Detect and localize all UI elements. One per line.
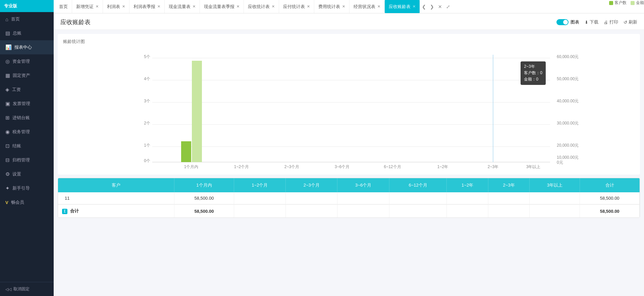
- sidebar-item-label: 归档管理: [12, 157, 30, 163]
- td-month2-3: [286, 192, 337, 204]
- tab-close-expense[interactable]: ✕: [342, 4, 345, 9]
- th-total: 合计: [580, 178, 640, 192]
- td-month3-6: [337, 192, 389, 204]
- svg-text:4个: 4个: [144, 77, 150, 81]
- sidebar-item-label: 进销台账: [12, 115, 30, 121]
- sidebar-item-close[interactable]: ⊡ 结账: [0, 139, 54, 153]
- tab-voucher[interactable]: 新增凭证 ✕: [72, 0, 103, 13]
- sidebar-item-label: 发票管理: [13, 101, 30, 107]
- sum-icon: Σ: [62, 209, 67, 214]
- chart-area: 账龄统计图 客户数 金额 5个 4个: [58, 34, 640, 175]
- sidebar-item-member[interactable]: V 畅会员: [0, 195, 54, 209]
- sidebar-item-tax[interactable]: ◉ 税务管理: [0, 125, 54, 139]
- tab-payable[interactable]: 应付统计表 ✕: [279, 0, 314, 13]
- tab-close-cashflow[interactable]: ✕: [193, 4, 196, 9]
- tab-next-btn[interactable]: ❯: [428, 0, 436, 13]
- table-row: 11 58,500.00 58,500.00: [58, 192, 640, 204]
- tab-bizstat[interactable]: 经营状况表 ✕: [350, 0, 385, 13]
- sidebar-item-archive[interactable]: ⊟ 归档管理: [0, 153, 54, 167]
- table-footer-row: Σ 合计 58,500.00 58,500.00: [58, 204, 640, 217]
- tab-prev-btn[interactable]: ❮: [420, 0, 428, 13]
- svg-text:5个: 5个: [144, 54, 150, 59]
- th-year2-3: 2~3年: [488, 178, 530, 192]
- sidebar-item-label: 首页: [11, 16, 20, 22]
- td-footer-label: Σ 合计: [58, 204, 174, 217]
- print-btn[interactable]: 🖨 打印: [604, 19, 618, 25]
- svg-text:1~2年: 1~2年: [437, 164, 448, 169]
- pin-icon: ◁◁: [5, 287, 11, 292]
- tab-expense[interactable]: 费用统计表 ✕: [314, 0, 350, 13]
- tab-aging[interactable]: 应收账龄表 ✕: [385, 0, 420, 13]
- tab-receivable[interactable]: 应收统计表 ✕: [244, 0, 279, 13]
- bar-amount-month1: [192, 61, 202, 162]
- tax-icon: ◉: [5, 129, 10, 135]
- td-footer-month3-6: [337, 204, 389, 217]
- svg-text:0元: 0元: [557, 160, 563, 165]
- sidebar-item-guide[interactable]: ✦ 新手引导: [0, 181, 54, 195]
- page-header: 应收账龄表 图表 ⬇ 下载 🖨 打印 ↺ 刷新: [54, 13, 644, 30]
- tab-close-cashflow-q[interactable]: ✕: [236, 4, 239, 9]
- sidebar-item-inventory[interactable]: ⊞ 进销台账: [0, 111, 54, 125]
- sidebar-item-invoice[interactable]: ▣ 发票管理: [0, 97, 54, 111]
- pin-label: 取消固定: [13, 286, 30, 292]
- tab-cashflow[interactable]: 现金流量表 ✕: [165, 0, 200, 13]
- svg-text:1个: 1个: [144, 143, 150, 148]
- tab-close-bizstat[interactable]: ✕: [377, 4, 380, 9]
- sidebar-item-assets[interactable]: ▦ 固定资产: [0, 68, 54, 83]
- svg-text:50,000.00元: 50,000.00元: [557, 77, 579, 81]
- tab-close-aging[interactable]: ✕: [413, 4, 416, 9]
- sidebar-item-ledger[interactable]: ▤ 总账: [0, 26, 54, 40]
- svg-text:3~6个月: 3~6个月: [335, 164, 350, 169]
- tab-home[interactable]: 首页: [55, 0, 72, 13]
- page-content: 应收账龄表 图表 ⬇ 下载 🖨 打印 ↺ 刷新: [54, 13, 644, 296]
- tab-close-all-btn[interactable]: ✕: [436, 0, 444, 13]
- tab-cashflow-q[interactable]: 现金流量表季报 ✕: [200, 0, 244, 13]
- app-logo: 专业版: [0, 0, 54, 12]
- print-icon: 🖨: [604, 20, 608, 25]
- svg-text:30,000.00元: 30,000.00元: [557, 121, 579, 126]
- tab-close-receivable[interactable]: ✕: [272, 4, 275, 9]
- sidebar-item-label: 畅会员: [11, 199, 24, 205]
- bar-customers-month1: [181, 141, 191, 162]
- td-year3plus: [530, 192, 580, 204]
- tab-expand-btn[interactable]: ⤢: [444, 0, 452, 13]
- svg-text:3年以上: 3年以上: [526, 164, 541, 169]
- print-label: 打印: [609, 19, 618, 25]
- tab-profit[interactable]: 利润表 ✕: [103, 0, 129, 13]
- salary-icon: ◈: [5, 87, 9, 93]
- sidebar-item-label: 新手引导: [12, 185, 30, 191]
- tab-profit-q[interactable]: 利润表季报 ✕: [129, 0, 165, 13]
- tab-close-profit[interactable]: ✕: [122, 4, 125, 9]
- th-customer: 客户: [58, 178, 174, 192]
- aging-table: 客户 1个月内 1~2个月 2~3个月 3~6个月 6~12个月 1~2年 2~…: [58, 178, 640, 217]
- sidebar-item-reports[interactable]: 📊 报表中心: [0, 40, 54, 54]
- svg-text:60,000.00元: 60,000.00元: [557, 54, 579, 59]
- page-title: 应收账龄表: [60, 18, 91, 26]
- sidebar-item-salary[interactable]: ◈ 工资: [0, 83, 54, 97]
- td-footer-month6-12: [389, 204, 447, 217]
- sidebar-toggle-pin[interactable]: ◁◁ 取消固定: [0, 282, 54, 296]
- chart-toggle-label: 图表: [571, 19, 579, 25]
- td-month1: 58,500.00: [174, 192, 234, 204]
- th-month1-2: 1~2个月: [234, 178, 285, 192]
- svg-text:1~2个月: 1~2个月: [234, 164, 249, 169]
- tab-close-payable[interactable]: ✕: [307, 4, 310, 9]
- sidebar-item-settings[interactable]: ⚙ 设置: [0, 167, 54, 181]
- sidebar-item-label: 报表中心: [14, 44, 32, 50]
- refresh-btn[interactable]: ↺ 刷新: [624, 19, 637, 25]
- sidebar-item-capital[interactable]: ◎ 资金管理: [0, 54, 54, 68]
- chart-toggle[interactable]: [556, 19, 569, 25]
- main-content: 首页 新增凭证 ✕ 利润表 ✕ 利润表季报 ✕ 现金流量表 ✕ 现金流量表季报 …: [54, 0, 644, 296]
- tab-close-voucher[interactable]: ✕: [96, 4, 99, 9]
- sidebar-item-home[interactable]: ⌂ 首页: [0, 12, 54, 26]
- table-header-row: 客户 1个月内 1~2个月 2~3个月 3~6个月 6~12个月 1~2年 2~…: [58, 178, 640, 192]
- svg-text:0个: 0个: [144, 158, 150, 163]
- svg-text:3个: 3个: [144, 99, 150, 103]
- tab-close-profit-q[interactable]: ✕: [157, 4, 160, 9]
- svg-text:10,000.00元: 10,000.00元: [557, 155, 579, 160]
- chart-svg: 5个 4个 3个 2个 1个 0个 60,000.00元 50,000.00元 …: [63, 48, 635, 169]
- download-btn[interactable]: ⬇ 下载: [585, 19, 598, 25]
- settings-icon: ⚙: [5, 171, 10, 177]
- refresh-label: 刷新: [629, 19, 637, 25]
- footer-label: 合计: [70, 208, 79, 213]
